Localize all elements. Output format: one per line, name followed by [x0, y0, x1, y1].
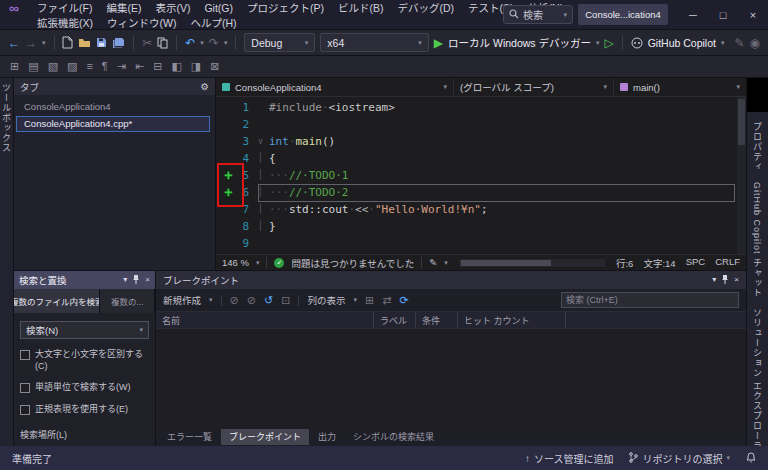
save-icon[interactable]: [96, 37, 107, 48]
code-line[interactable]: 1#include·<iostream>: [216, 99, 746, 116]
code-line[interactable]: 2: [216, 116, 746, 133]
menu-item[interactable]: ヘルプ(H): [183, 15, 243, 30]
add-to-source-control[interactable]: ↑ ソース管理に追加: [525, 451, 614, 466]
column-header[interactable]: ラベル: [374, 312, 416, 328]
cut-icon[interactable]: ✂: [142, 37, 152, 49]
member-dropdown[interactable]: main() ▾: [614, 78, 746, 96]
tool-window-tab[interactable]: ソリューション エクスプローラー: [751, 308, 764, 462]
panel-tab[interactable]: エラー一覧: [159, 429, 220, 445]
uncomment-icon[interactable]: ▨: [67, 61, 77, 72]
chevron-down-icon[interactable]: ▾: [596, 39, 600, 47]
chevron-down-icon[interactable]: ▾: [200, 39, 204, 47]
toolbox-tab[interactable]: ツールボックス: [0, 83, 13, 446]
checkbox[interactable]: [20, 405, 30, 415]
save-all-icon[interactable]: [112, 37, 125, 49]
find-tab[interactable]: 複数の...: [100, 289, 155, 313]
run-button-label[interactable]: ローカル Windows デバッガー: [448, 35, 591, 50]
code-line[interactable]: 5│···//·TODO·1: [216, 167, 746, 184]
panel-tab[interactable]: ブレークポイント: [221, 429, 309, 445]
code-line[interactable]: 6│···//·TODO·2: [216, 184, 746, 201]
chevron-down-icon[interactable]: ▾: [712, 276, 716, 284]
bookmark-toggle-icon[interactable]: ⊟: [153, 61, 162, 72]
copilot-label[interactable]: GitHub Copilot: [648, 37, 716, 49]
chevron-down-icon[interactable]: ▾: [209, 296, 213, 304]
menu-item[interactable]: ビルド(B): [331, 0, 391, 15]
github-copilot-icon[interactable]: [631, 37, 643, 49]
delete-all-icon[interactable]: ⊘: [247, 295, 256, 306]
close-icon[interactable]: ×: [145, 276, 150, 284]
close-icon[interactable]: ×: [734, 276, 739, 284]
checkbox[interactable]: [20, 350, 30, 360]
refresh-icon[interactable]: ⟳: [399, 295, 408, 306]
menu-item[interactable]: 編集(E): [99, 0, 148, 15]
undo-icon[interactable]: ↺: [264, 295, 273, 306]
outdent-icon[interactable]: ⇤: [135, 61, 144, 72]
code-line[interactable]: 8│}: [216, 218, 746, 235]
indent-icon[interactable]: ⇥: [117, 61, 126, 72]
document-tab[interactable]: ConsoleApplication4: [16, 99, 210, 115]
find-option-row[interactable]: 正規表現を使用する(E): [20, 404, 149, 416]
code-line[interactable]: 9: [216, 235, 746, 252]
menu-item[interactable]: 表示(V): [148, 0, 197, 15]
document-tab[interactable]: ConsoleApplication4.cpp*: [16, 116, 210, 132]
editor-horizontal-scrollbar[interactable]: [459, 259, 605, 267]
chevron-down-icon[interactable]: ▾: [256, 259, 260, 267]
interactive-window-icon[interactable]: ⊞: [10, 61, 19, 72]
pin-icon[interactable]: [132, 275, 140, 286]
export-icon[interactable]: ⊡: [281, 295, 290, 306]
solution-platform-dropdown[interactable]: x64 ▾: [320, 33, 428, 52]
menu-item[interactable]: 拡張機能(X): [30, 15, 100, 30]
whitespace-icon[interactable]: ¶: [102, 61, 108, 72]
open-file-icon[interactable]: [78, 37, 91, 48]
pin-icon[interactable]: [721, 275, 729, 286]
find-option-row[interactable]: 大文字と小文字を区別する(C): [20, 349, 149, 372]
chevron-down-icon[interactable]: ▾: [444, 259, 448, 267]
column-header[interactable]: ヒット カウント: [458, 312, 566, 328]
account-icon[interactable]: ◉: [750, 37, 760, 49]
repository-picker[interactable]: リポジトリの選択 ▾: [629, 451, 730, 466]
start-without-debugging-icon[interactable]: ▷: [605, 37, 614, 49]
code-line[interactable]: 4│{: [216, 150, 746, 167]
maximize-button[interactable]: □: [708, 0, 738, 30]
scrollbar-thumb[interactable]: [738, 99, 745, 145]
chevron-down-icon[interactable]: ▾: [721, 39, 725, 47]
line-structure-icon[interactable]: ≡: [86, 61, 92, 72]
eol-mode[interactable]: CRLF: [715, 256, 740, 270]
breakpoints-search-input[interactable]: [561, 292, 739, 308]
bookmark-prev-icon[interactable]: ◧: [171, 61, 181, 72]
chevron-down-icon[interactable]: ▾: [224, 39, 228, 47]
project-dropdown[interactable]: ConsoleApplication4 ▾: [216, 78, 454, 96]
minimize-button[interactable]: ─: [678, 0, 708, 30]
undo-icon[interactable]: ↶: [185, 37, 195, 49]
start-debugging-icon[interactable]: ▶: [434, 37, 443, 49]
bookmark-next-icon[interactable]: ◨: [191, 61, 201, 72]
close-button[interactable]: ×: [738, 0, 768, 30]
copy-icon[interactable]: [157, 37, 168, 49]
code-line[interactable]: 7│···std::cout·<<·"Hello·World!¥n";: [216, 201, 746, 218]
swap-icon[interactable]: ⇄: [382, 295, 391, 306]
breakpoints-list-empty[interactable]: [156, 329, 746, 428]
code-area[interactable]: 1#include·<iostream>23∨int·main()4│{5│··…: [216, 97, 746, 254]
bookmark-clear-icon[interactable]: ⊠: [210, 61, 219, 72]
solution-configuration-dropdown[interactable]: Debug ▾: [244, 33, 315, 52]
notifications-bell-icon[interactable]: [746, 452, 756, 465]
disable-all-icon[interactable]: ⊘: [230, 295, 239, 306]
menu-item[interactable]: ウィンドウ(W): [100, 15, 183, 30]
new-file-icon[interactable]: [62, 36, 73, 49]
menu-item[interactable]: ファイル(F): [30, 0, 99, 15]
zoom-level[interactable]: 146 %: [222, 257, 249, 268]
column-header[interactable]: 条件: [416, 312, 458, 328]
chevron-down-icon[interactable]: ▾: [42, 39, 46, 47]
checkbox[interactable]: [20, 383, 30, 393]
code-line[interactable]: 3∨int·main(): [216, 133, 746, 150]
edit-mode-icon[interactable]: ✎: [429, 257, 437, 268]
scrollbar-thumb[interactable]: [461, 260, 551, 266]
new-breakpoint-button[interactable]: 新規作成: [163, 293, 201, 307]
menu-item[interactable]: Git(G): [197, 2, 240, 14]
quick-search-box[interactable]: 検索 ▾: [503, 5, 573, 24]
tool-window-tab[interactable]: プロパティ: [751, 122, 764, 172]
menu-item[interactable]: プロジェクト(P): [240, 0, 331, 15]
menu-item[interactable]: デバッグ(D): [391, 0, 462, 15]
navigate-back-icon[interactable]: ←: [8, 37, 20, 49]
panel-tab[interactable]: 出力: [310, 429, 344, 445]
